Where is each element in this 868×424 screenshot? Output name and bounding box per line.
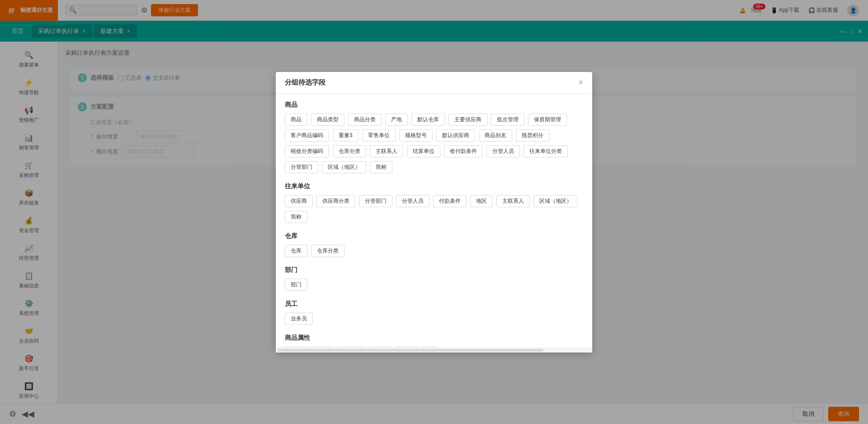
chip-main-contact2[interactable]: 主联系人 [496,195,530,207]
modal-close-button[interactable]: × [578,78,583,86]
chip-region[interactable]: 区域（地区） [322,161,366,173]
chip-default-warehouse[interactable]: 默认仓库 [411,114,445,126]
chip-product[interactable]: 商品 [285,114,307,126]
chip-region-area[interactable]: 区域（地区） [533,195,578,207]
chip-main-supplier[interactable]: 主要供应商 [448,114,487,126]
section-partner-chips: 供应商 供应商分类 分管部门 分管人员 付款条件 地区 主联系人 区域（地区） … [285,195,583,223]
section-product-title: 商品 [285,101,583,109]
chip-region2[interactable]: 地区 [470,195,493,207]
section-dept-chips: 部门 [285,279,583,291]
chip-short-name[interactable]: 简称 [370,161,392,173]
chip-settlement-unit[interactable]: 结算单位 [407,145,440,157]
chip-supplier[interactable]: 供应商 [285,195,313,207]
chip-warehouse-category[interactable]: 仓库分类 [333,145,366,157]
section-warehouse: 仓库 仓库 仓库分类 [285,232,583,257]
chip-spec-model[interactable]: 规格型号 [399,129,433,142]
chip-supervisor[interactable]: 分管人员 [486,145,520,157]
horizontal-scrollbar[interactable] [276,348,592,352]
section-partner-title: 往来单位 [285,182,583,191]
section-warehouse-title: 仓库 [285,232,583,240]
section-product: 商品 商品 商品类型 商品分类 产地 默认仓库 主要供应商 批次管理 保质期管理… [285,101,583,173]
chip-salesperson[interactable]: 业务员 [285,313,313,325]
chip-product-category[interactable]: 商品分类 [348,114,382,126]
chip-tax-code[interactable]: 税收分类编码 [285,145,329,157]
section-staff: 员工 业务员 [285,300,583,325]
chip-product-alias[interactable]: 商品别名 [479,129,512,142]
chip-dept[interactable]: 部门 [285,279,307,291]
chip-warehouse-cat[interactable]: 仓库分类 [311,245,344,257]
chip-weight3[interactable]: 重量3 [333,129,359,142]
section-product-attr: 商品属性 属性 颜色 多规格 尺码 鞋码 1 [285,334,583,348]
chip-default-supplier[interactable]: 默认供应商 [436,129,475,142]
chip-product-type[interactable]: 商品类型 [311,114,344,126]
chip-warehouse[interactable]: 仓库 [285,245,307,257]
chip-dept-mgr[interactable]: 分管部门 [285,161,318,173]
chip-payment-terms[interactable]: 收付款条件 [444,145,483,157]
chip-pick-points[interactable]: 拣货积分 [516,129,549,142]
modal-title: 分组待选字段 [285,78,326,87]
chip-batch-mgmt[interactable]: 批次管理 [491,114,524,126]
section-warehouse-chips: 仓库 仓库分类 [285,245,583,257]
section-staff-chips: 业务员 [285,313,583,325]
chip-supervisor2[interactable]: 分管人员 [396,195,429,207]
field-select-modal: 分组待选字段 × 商品 商品 商品类型 商品分类 产地 默认仓库 主要供应商 批… [276,72,592,353]
chip-retail-unit[interactable]: 零售单位 [362,129,396,142]
section-partner: 往来单位 供应商 供应商分类 分管部门 分管人员 付款条件 地区 主联系人 区域… [285,182,583,223]
chip-short-name2[interactable]: 简称 [285,211,307,223]
chip-partner-category[interactable]: 往来单位分类 [524,145,568,157]
chip-shelf-life[interactable]: 保质期管理 [528,114,567,126]
section-dept: 部门 部门 [285,266,583,291]
modal-body: 商品 商品 商品类型 商品分类 产地 默认仓库 主要供应商 批次管理 保质期管理… [276,94,592,348]
section-dept-title: 部门 [285,266,583,274]
chip-dept-mgr2[interactable]: 分管部门 [359,195,392,207]
chip-supplier-category[interactable]: 供应商分类 [316,195,355,207]
section-product-chips: 商品 商品类型 商品分类 产地 默认仓库 主要供应商 批次管理 保质期管理 客户… [285,114,583,173]
modal-header: 分组待选字段 × [276,72,592,94]
h-scrollbar-thumb [278,349,543,352]
section-product-attr-title: 商品属性 [285,334,583,342]
chip-customer-code[interactable]: 客户商品编码 [285,129,329,142]
chip-origin[interactable]: 产地 [385,114,408,126]
section-staff-title: 员工 [285,300,583,308]
chip-payment-cond[interactable]: 付款条件 [433,195,467,207]
modal-overlay: 分组待选字段 × 商品 商品 商品类型 商品分类 产地 默认仓库 主要供应商 批… [0,0,868,424]
chip-main-contact[interactable]: 主联系人 [370,145,403,157]
